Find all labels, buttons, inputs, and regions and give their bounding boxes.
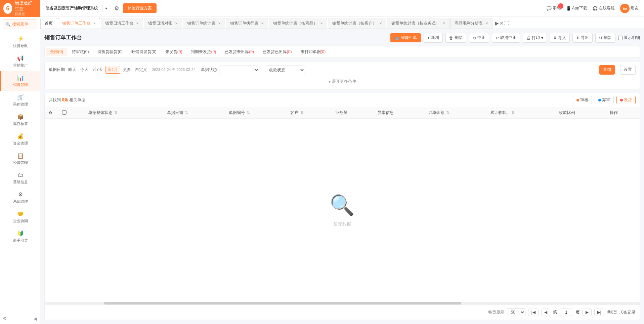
page-number-input[interactable]	[560, 309, 573, 316]
export-button[interactable]: ⬆ 导出	[572, 33, 593, 43]
sub-tab-pending-review[interactable]: 待审核(0)	[68, 48, 93, 56]
logo: 6 畅捷通好生意 标准版	[0, 0, 40, 17]
sidebar-settings-button[interactable]: ⚙	[3, 316, 7, 321]
next-page-button[interactable]: ▶	[583, 309, 592, 316]
topbar-settings-button[interactable]: ⚙	[114, 5, 119, 11]
tab-close-cash-reconcile[interactable]: ✕	[175, 22, 178, 25]
sub-tab-shipped-out[interactable]: 已发货已出库(0)	[259, 48, 296, 56]
refresh-button[interactable]: ↺ 刷新	[595, 33, 615, 43]
date-btn-today[interactable]: 今天	[79, 66, 90, 74]
sidebar-item-marketing[interactable]: 📢 营销推广	[0, 52, 40, 71]
prev-page-button[interactable]: ◀	[541, 309, 550, 316]
scrollbar-thumb[interactable]	[104, 302, 461, 305]
tab-close-sales-stat[interactable]: ✕	[218, 22, 221, 25]
print-button[interactable]: 🖨 打印 ▾	[523, 33, 547, 43]
last-page-button[interactable]: ▶|	[594, 309, 604, 316]
sub-tab-overdue[interactable]: 到期未发货(0)	[187, 48, 220, 56]
sidebar-item-sales[interactable]: 📊 销售管理	[0, 71, 40, 91]
tabbar: 首页 销售订单工作台 ✕ 钱货日清工作台 ✕ 钱货日清对账 ✕ 销售订单统计表 …	[40, 17, 644, 29]
ship-dot-icon	[620, 99, 623, 102]
search-menu-button[interactable]: 🔍 搜索菜单	[3, 19, 37, 29]
first-page-button[interactable]: |◀	[528, 309, 538, 316]
user-menu[interactable]: Ea 用友	[620, 4, 639, 13]
ship-button[interactable]: 发货	[616, 96, 636, 104]
tab-sales-summary-customer[interactable]: 销货单统计表（按客户） ✕	[328, 18, 386, 29]
tab-prev-button[interactable]: ▶	[495, 21, 499, 26]
tab-sales-summary-product[interactable]: 销货单统计表（按商品） ✕	[269, 18, 327, 29]
sub-tab-all[interactable]: 全部(0)	[46, 48, 67, 56]
tab-close-cash-daily[interactable]: ✕	[136, 22, 139, 25]
col-header-checkbox[interactable]	[58, 107, 84, 119]
sort-collected-icon[interactable]: ⇅	[511, 110, 515, 115]
sidebar-item-quick-nav[interactable]: ⚡ 快捷导航	[0, 32, 40, 52]
date-btn-yesterday[interactable]: 昨天	[67, 66, 78, 74]
tab-product-margin[interactable]: 商品毛利分析表 ✕	[450, 18, 492, 29]
filter-settings-button[interactable]: 设置	[620, 65, 636, 75]
sort-amount-icon[interactable]: ⇅	[446, 110, 449, 115]
status-select[interactable]	[219, 66, 259, 74]
sub-tab-wangpu[interactable]: 旺铺待发货(0)	[127, 48, 161, 56]
tab-close-product[interactable]: ✕	[320, 22, 323, 25]
tab-close-sales-order[interactable]: ✕	[93, 22, 96, 25]
tab-close-staff[interactable]: ✕	[442, 22, 445, 25]
stop-button[interactable]: ⊘ 中止	[469, 33, 489, 43]
tab-maximize-button[interactable]: ⛶	[504, 21, 509, 26]
horizontal-scrollbar[interactable]	[45, 302, 640, 305]
cancel-review-button[interactable]: 弃审	[595, 96, 614, 104]
import-button[interactable]: ⬇ 导入	[550, 33, 570, 43]
tab-sales-stat[interactable]: 销售订单统计表 ✕	[183, 18, 225, 29]
sub-tab-not-printed[interactable]: 未打印单据(0)	[297, 48, 330, 56]
messages-button[interactable]: 💬 消息 6	[547, 5, 561, 11]
tab-cash-daily[interactable]: 钱货日清工作台 ✕	[101, 18, 143, 29]
query-button[interactable]: 查询	[599, 65, 615, 75]
date-btn-custom[interactable]: 自定义	[134, 66, 148, 74]
sort-status-icon[interactable]: ⇅	[114, 110, 118, 115]
sidebar-item-operation[interactable]: 📋 经营管理	[0, 149, 40, 169]
sidebar-item-guide[interactable]: 🔰 新手引导	[0, 227, 40, 246]
tab-close-sales-exec[interactable]: ✕	[261, 22, 264, 25]
tab-close-customer[interactable]: ✕	[379, 22, 382, 25]
date-quick-buttons: 昨天 今天 近7天 近1月 更多 自定义	[67, 66, 148, 74]
tab-sales-order-workbench[interactable]: 销售订单工作台 ✕	[58, 18, 100, 29]
tab-close-all-button[interactable]: ✕	[500, 21, 504, 26]
tab-sales-summary-staff[interactable]: 销货单统计表（按业务员） ✕	[387, 18, 449, 29]
table-scroll-area[interactable]: ⚙ 单据整体状态 ⇅ 单据日期 ⇅	[45, 107, 640, 302]
select-all-checkbox[interactable]	[62, 110, 67, 115]
sub-tab-not-shipped[interactable]: 未发货(0)	[161, 48, 186, 56]
date-btn-more[interactable]: 更多	[122, 66, 132, 74]
page-size-select[interactable]: 50 20 100	[507, 308, 525, 316]
sidebar-item-inventory[interactable]: 📦 库存核算	[0, 110, 40, 130]
add-button[interactable]: + 新增	[424, 33, 443, 43]
date-btn-7days[interactable]: 近7天	[91, 66, 104, 74]
sort-date-icon[interactable]: ⇅	[185, 110, 188, 115]
col-header-amount: 订单金额 ⇅	[424, 107, 486, 119]
sub-tab-pending-check[interactable]: 待拣货验货(0)	[93, 48, 127, 56]
sidebar-item-finance[interactable]: 💰 资金管理	[0, 130, 40, 149]
tab-close-margin[interactable]: ✕	[485, 22, 488, 25]
sidebar-item-basic-info[interactable]: 🗂 基础信息	[0, 169, 40, 188]
sidebar-item-system[interactable]: ⚙ 系统管理	[0, 188, 40, 207]
sub-tab-shipped-not-in[interactable]: 已发货未出库(0)	[221, 48, 258, 56]
tab-home[interactable]: 首页	[40, 18, 57, 29]
sort-customer-icon[interactable]: ⇅	[300, 110, 304, 115]
sidebar-item-cooperation[interactable]: 🤝 企业协同	[0, 207, 40, 227]
tab-cash-reconcile[interactable]: 钱货日清对账 ✕	[144, 18, 182, 29]
smart-create-button[interactable]: 🤖 智能生单	[390, 33, 421, 42]
tabbar-more[interactable]: ▶ ✕ ⛶	[493, 18, 511, 29]
payment-select[interactable]: 收款状态	[265, 66, 305, 74]
app-download-button[interactable]: 📱 App下载	[566, 5, 587, 11]
show-detail-checkbox[interactable]	[618, 36, 622, 40]
review-button[interactable]: 审核	[573, 96, 592, 104]
sidebar-collapse-button[interactable]: ◀	[34, 316, 37, 321]
online-service-button[interactable]: 🎧 在线客服	[593, 5, 615, 11]
cancel-stop-button[interactable]: ↩ 取消中止	[492, 33, 520, 43]
industry-solution-button[interactable]: 体验行业方案	[123, 3, 157, 13]
sort-number-icon[interactable]: ⇅	[247, 110, 250, 115]
delete-button[interactable]: 🗑 删除	[445, 33, 466, 43]
tab-sales-exec[interactable]: 销售订单执行表 ✕	[226, 18, 268, 29]
date-btn-1month[interactable]: 近1月	[105, 66, 121, 74]
sidebar-item-purchase[interactable]: 🛒 采购管理	[0, 91, 40, 110]
expand-filter-button[interactable]: ▾ 展开更多条件	[326, 77, 359, 86]
system-dropdown-button[interactable]: ▾	[102, 5, 110, 12]
show-detail-checkbox-label[interactable]: 显示明细	[618, 35, 640, 41]
